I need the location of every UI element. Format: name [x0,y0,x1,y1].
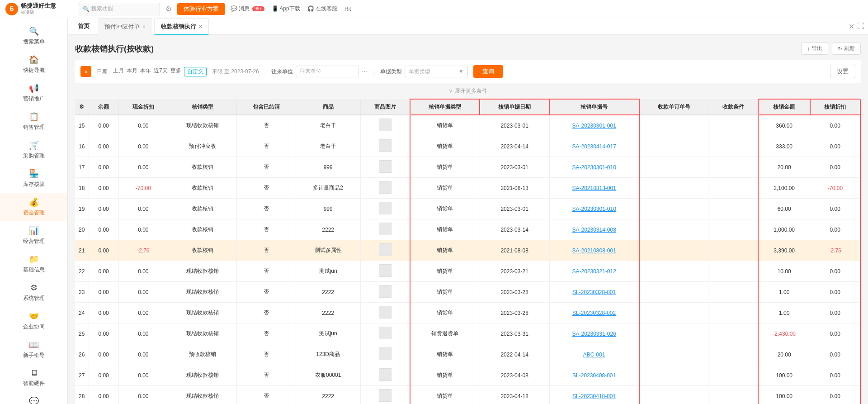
system-icon: ⚙ [30,283,38,293]
doc-no-cell[interactable]: SL-20230408-001 [549,365,639,386]
sidebar-item-newbie[interactable]: 📖 新手引导 [0,335,67,364]
balance-cell: 0.00 [89,386,118,404]
industry-btn[interactable]: 体验行业方案 [177,3,225,15]
doc-no-link[interactable]: ABC-001 [583,352,605,358]
collect-no-cell [639,136,708,157]
doc-no-cell[interactable]: SA-20230301-010 [549,157,639,178]
tab-close-icon[interactable]: ✕ [849,22,854,31]
unit-label: 往来单位 [271,68,293,76]
sidebar-item-quick-nav[interactable]: 🏠 快捷导航 [0,50,67,79]
doc-type-cell: 销货单 [410,365,480,386]
doc-no-cell[interactable]: SA-20230331-026 [549,323,639,344]
balance-cell: 0.00 [89,282,118,303]
marketing-icon: 📢 [29,83,39,93]
quick-nav-icon: 🏠 [29,55,39,65]
gear-icon[interactable]: ⚙ [165,5,172,13]
doc-no-cell[interactable]: SL-20230418-001 [549,386,639,404]
amount-cell: 2,100.00 [758,178,810,199]
date-link-this-month[interactable]: 本月 [127,67,137,76]
settings-button[interactable]: 设置 [830,65,855,78]
tab-maximize-icon[interactable]: ⛶ [857,22,864,31]
sidebar-item-capital[interactable]: 💰 资金管理 [0,193,67,221]
goods-cell: 老白干 [296,115,360,136]
app-download[interactable]: 📱 App下载 [272,5,300,13]
date-link-7days[interactable]: 近7天 [154,67,168,76]
doc-date-cell: 2023-03-21 [480,261,549,282]
sidebar-item-purchase[interactable]: 🛒 采购管理 [0,136,67,164]
unit-more-icon[interactable]: ··· [362,67,368,76]
sidebar-item-enterprise[interactable]: 🤝 企业协同 [0,307,67,335]
sidebar-item-search-menu[interactable]: 🔍 搜索菜单 [0,22,67,50]
doc-no-link[interactable]: SA-20210813-001 [572,185,616,191]
doc-no-link[interactable]: SA-20230331-026 [572,331,616,337]
date-custom-btn[interactable]: 自定义 [184,67,207,76]
goods-cell: 2222 [296,303,360,323]
doc-no-link[interactable]: SA-20230301-010 [572,206,616,212]
doc-no-cell[interactable]: SA-20210808-001 [549,240,639,261]
online-service[interactable]: 🎧 在线客服 [307,5,337,13]
tab-home[interactable]: 首页 [71,18,96,35]
date-link-this-year[interactable]: 本年 [140,67,151,76]
sidebar-item-system[interactable]: ⚙ 系统管理 [0,278,67,307]
sidebar-item-inventory[interactable]: 🏪 库存核算 [0,164,67,193]
doc-no-link[interactable]: SA-20230414-017 [572,143,616,150]
tab-prepay-close[interactable]: × [142,24,146,30]
user-label[interactable]: Rit [344,6,351,12]
sidebar-item-basic-info[interactable]: 📁 基础信息 [0,250,67,278]
doc-no-link[interactable]: SL-20230408-001 [572,372,616,379]
doc-no-link[interactable]: SA-20230314-008 [572,227,616,233]
doc-no-cell[interactable]: SA-20230301-001 [549,115,639,136]
doc-no-cell[interactable]: SA-20230301-010 [549,199,639,219]
sidebar-item-smart-hw[interactable]: 🖥 智能硬件 [0,364,67,392]
type-select[interactable]: 单据类型 ▼ [405,66,468,77]
doc-no-cell[interactable]: SL-20230328-002 [549,303,639,323]
doc-no-link[interactable]: SA-20230301-010 [572,164,616,171]
include-cleared-cell: 否 [237,157,296,178]
tab-collection[interactable]: 收款核销执行 × [154,18,209,35]
unit-input[interactable]: 往来单位 [296,66,359,77]
tab-prepay[interactable]: 预付冲应付单 × [98,18,152,35]
discount-cell: 0.00 [810,199,860,219]
refresh-button[interactable]: ↻ 刷新 [832,43,861,55]
sidebar-item-operation[interactable]: 📊 经营管理 [0,221,67,250]
goods-cell: 2222 [296,282,360,303]
doc-no-cell[interactable]: SA-20230314-008 [549,219,639,240]
doc-no-cell[interactable]: SA-20230321-012 [549,261,639,282]
doc-no-cell[interactable]: SA-20210813-001 [549,178,639,199]
doc-type-cell: 销货单 [410,199,480,219]
date-link-more[interactable]: 更多 [170,67,181,76]
row-num: 26 [75,344,89,365]
sidebar-label: 系统管理 [23,295,45,302]
date-link-last-month[interactable]: 上月 [113,67,124,76]
sidebar-item-wechat[interactable]: 💬 企业微信 [0,392,67,404]
doc-no-cell[interactable]: SL-20230328-001 [549,282,639,303]
doc-no-link[interactable]: SA-20230301-001 [572,123,616,129]
goods-img-cell [360,323,410,344]
logo-icon: 6 [5,3,18,15]
expand-more[interactable]: ∨ 展开更多条件 [75,87,861,95]
doc-no-link[interactable]: SL-20230418-001 [572,393,616,399]
doc-no-link[interactable]: SA-20230321-012 [572,268,616,275]
collect-no-cell [639,240,708,261]
doc-no-cell[interactable]: SA-20230414-017 [549,136,639,157]
doc-no-cell[interactable]: ABC-001 [549,344,639,365]
top-bar: 6 畅捷通好生意 标准版 🔍 搜索功能 ⚙ 体验行业方案 💬 消息 99+ 📱 … [0,0,868,18]
doc-no-link[interactable]: SA-20210808-001 [572,247,616,254]
top-search-bar[interactable]: 🔍 搜索功能 [79,3,160,15]
tab-collection-close[interactable]: × [199,24,202,30]
export-button[interactable]: ↑ 导出 [801,43,828,55]
table-row: 24 0.00 0.00 现结收款核销 否 2222 销货单 2023-03-2… [75,303,860,323]
table-row: 26 0.00 0.00 预收款核销 否 123D商品 销货单 2022-04-… [75,344,860,365]
filter-toggle[interactable]: » [80,66,91,77]
doc-no-link[interactable]: SL-20230328-001 [572,289,616,295]
table-header-row: ⚙ 余额 现金折扣 核销类型 包含已结清 商品 商品图片 核销单据类型 核销单据… [75,99,860,115]
doc-no-link[interactable]: SL-20230328-002 [572,310,616,316]
message-icon-group[interactable]: 💬 消息 99+ [231,5,264,13]
condition-cell [708,386,758,404]
doc-date-cell: 2023-04-14 [480,136,549,157]
table-row: 21 0.00 -2.76 收款核销 否 测试多属性 销货单 2021-08-0… [75,240,860,261]
sidebar-item-sales[interactable]: 📋 销售管理 [0,107,67,136]
doc-type-cell: 销货单 [410,157,480,178]
query-button[interactable]: 查询 [473,65,503,78]
sidebar-item-marketing[interactable]: 📢 营销推广 [0,79,67,107]
